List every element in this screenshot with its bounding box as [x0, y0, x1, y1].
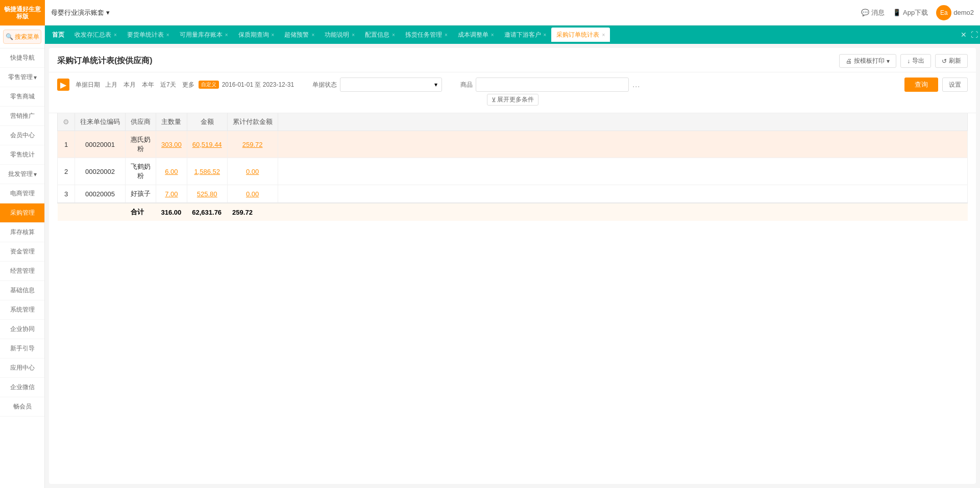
row-paid: 0.00	[227, 185, 278, 203]
expand-more-button[interactable]: ⊻ 展开更多条件	[487, 94, 538, 106]
tab-home[interactable]: 首页	[47, 28, 69, 42]
print-button[interactable]: 🖨 按模板打印 ▾	[839, 54, 896, 68]
table-col-gear[interactable]: ⚙	[58, 113, 75, 131]
table-row[interactable]: 1 00020001 惠氏奶粉 303.00 60,519.44 259.72	[58, 131, 968, 158]
tab-invite-downstream[interactable]: 邀请下游客户 ×	[499, 28, 552, 42]
goods-more-icon[interactable]: …	[632, 80, 640, 89]
sidebar-item-purchase-mgmt[interactable]: 采购管理	[0, 203, 44, 223]
sidebar-item-retail-mall[interactable]: 零售商城	[0, 87, 44, 107]
tab-cost-adjust[interactable]: 成本调整单 ×	[453, 28, 499, 42]
tab-close-icon8[interactable]: ×	[445, 32, 448, 38]
tab-available-inventory[interactable]: 可用量库存账本 ×	[175, 28, 233, 42]
sidebar-item-wholesale-mgmt[interactable]: 批发管理▾	[0, 165, 44, 184]
table-row[interactable]: 3 00020005 好孩子 7.00 525.80 0.00	[58, 185, 968, 203]
tab-close-icon7[interactable]: ×	[392, 32, 395, 38]
status-select[interactable]: ▾	[340, 78, 442, 92]
row-paid: 0.00	[227, 158, 278, 185]
table-col-quantity: 主数量	[156, 113, 187, 131]
sidebar-item-member[interactable]: 畅会员	[0, 397, 44, 417]
shortcut-this-month[interactable]: 本月	[121, 80, 138, 90]
table-body: 1 00020001 惠氏奶粉 303.00 60,519.44 259.72 …	[58, 131, 968, 203]
page: 采购订单统计表(按供应商) 🖨 按模板打印 ▾ ↓ 导出 ↺ 刷新	[49, 48, 976, 484]
date-shortcuts: 上月 本月 本年 近7天 更多 自定义	[103, 80, 219, 90]
tab-close-icon2[interactable]: ×	[166, 32, 169, 38]
goods-input[interactable]	[476, 78, 629, 92]
setting-button[interactable]: 设置	[942, 78, 968, 92]
row-code: 00020002	[75, 158, 126, 185]
sidebar-item-retail-mgmt[interactable]: 零售管理▾	[0, 68, 44, 87]
sidebar-item-retail-stats[interactable]: 零售统计	[0, 145, 44, 165]
content-area: 采购订单统计表(按供应商) 🖨 按模板打印 ▾ ↓ 导出 ↺ 刷新	[45, 44, 980, 488]
workspace-selector[interactable]: 母婴行业演示账套 ▾	[51, 8, 110, 17]
main-area: 母婴行业演示账套 ▾ 💬 消息 📱 App下载 Ea demo2 首页	[45, 0, 980, 488]
shortcut-last-month[interactable]: 上月	[103, 80, 119, 90]
shortcut-more[interactable]: 更多	[180, 80, 197, 90]
message-icon: 💬	[861, 9, 869, 16]
tab-close-icon4[interactable]: ×	[272, 32, 275, 38]
sidebar-item-operations[interactable]: 经营管理	[0, 262, 44, 281]
sidebar-item-marketing[interactable]: 营销推广	[0, 107, 44, 126]
sidebar-item-system-mgmt[interactable]: 系统管理	[0, 300, 44, 320]
shortcut-this-year[interactable]: 本年	[140, 80, 156, 90]
tab-function-desc[interactable]: 功能说明 ×	[320, 28, 360, 42]
sidebar-item-enterprise-wechat[interactable]: 企业微信	[0, 378, 44, 397]
sidebar-item-ecommerce[interactable]: 电商管理	[0, 184, 44, 203]
row-amount: 1,586.52	[187, 158, 227, 185]
row-quantity: 7.00	[156, 185, 187, 203]
expand-more-area: ⊻ 展开更多条件	[57, 92, 968, 108]
tab-close-icon3[interactable]: ×	[225, 32, 228, 38]
topbar-left: 母婴行业演示账套 ▾	[51, 8, 110, 17]
gear-icon[interactable]: ⚙	[63, 118, 69, 126]
table-col-extra	[278, 113, 967, 131]
tabbar: 首页 收发存汇总表 × 要货单统计表 × 可用量库存账本 × 保质期查询 × 超…	[45, 25, 980, 44]
query-button[interactable]: 查询	[904, 78, 938, 92]
tab-close-all-icon[interactable]: ✕	[961, 31, 967, 39]
search-icon: 🔍	[6, 33, 13, 40]
message-button[interactable]: 💬 消息	[861, 8, 885, 17]
table-container: ⚙ 往来单位编码 供应商 主数量 金额 累计付款金额 1	[49, 113, 976, 484]
filter-toggle-button[interactable]: ▶	[57, 79, 69, 91]
user-avatar-area[interactable]: Ea demo2	[936, 5, 974, 20]
tab-config-info[interactable]: 配置信息 ×	[360, 28, 400, 42]
sidebar-item-basic-info[interactable]: 基础信息	[0, 281, 44, 300]
sidebar-item-quick-nav[interactable]: 快捷导航	[0, 48, 44, 68]
refresh-button[interactable]: ↺ 刷新	[935, 54, 968, 68]
sidebar: 畅捷通好生意标版 🔍 搜索菜单 快捷导航 零售管理▾ 零售商城 营销推广 会员中…	[0, 0, 45, 488]
tab-close-icon9[interactable]: ×	[491, 32, 494, 38]
shortcut-7days[interactable]: 近7天	[158, 80, 178, 90]
tab-close-icon10[interactable]: ×	[544, 32, 547, 38]
table-col-paid: 累计付款金额	[227, 113, 278, 131]
tab-close-icon11[interactable]: ×	[602, 32, 605, 38]
sidebar-item-enterprise-collab[interactable]: 企业协同	[0, 320, 44, 339]
sidebar-item-app-center[interactable]: 应用中心	[0, 358, 44, 378]
table-row[interactable]: 2 00020002 飞鹤奶粉 6.00 1,586.52 0.00	[58, 158, 968, 185]
filter-area: ▶ 单据日期 上月 本月 本年 近7天 更多 自定义 20	[49, 72, 976, 113]
sidebar-item-newbie-guide[interactable]: 新手引导	[0, 339, 44, 358]
app-download-button[interactable]: 📱 App下载	[893, 8, 928, 17]
app-logo-text: 畅捷通好生意标版	[4, 6, 41, 20]
row-index: 1	[58, 131, 75, 158]
sidebar-item-inventory[interactable]: 库存核算	[0, 223, 44, 242]
sidebar-item-finance[interactable]: 资金管理	[0, 242, 44, 262]
tab-overstock-warning[interactable]: 超储预警 ×	[279, 28, 320, 42]
table-col-amount: 金额	[187, 113, 227, 131]
tab-order-stats[interactable]: 要货单统计表 ×	[122, 28, 175, 42]
app-logo: 畅捷通好生意标版	[0, 0, 45, 25]
row-code: 00020001	[75, 131, 126, 158]
export-button[interactable]: ↓ 导出	[900, 54, 931, 68]
tab-receive-summary[interactable]: 收发存汇总表 ×	[69, 28, 122, 42]
date-filter: 单据日期 上月 本月 本年 近7天 更多 自定义 2016-01-01 至 20…	[76, 80, 294, 90]
tab-purchase-order-stats[interactable]: 采购订单统计表 ×	[551, 28, 610, 42]
sidebar-item-member-center[interactable]: 会员中心	[0, 126, 44, 145]
tab-pick-task[interactable]: 拣货任务管理 ×	[400, 28, 453, 42]
tab-close-icon6[interactable]: ×	[352, 32, 355, 38]
tab-close-icon[interactable]: ×	[114, 32, 117, 38]
row-supplier: 好孩子	[126, 185, 156, 203]
row-quantity: 303.00	[156, 131, 187, 158]
search-menu-button[interactable]: 🔍 搜索菜单	[3, 30, 41, 44]
phone-icon: 📱	[893, 9, 901, 16]
tab-expand-icon[interactable]: ⛶	[971, 31, 978, 39]
tab-expiry-query[interactable]: 保质期查询 ×	[233, 28, 280, 42]
tab-close-icon5[interactable]: ×	[311, 32, 314, 38]
filter-actions: 查询 设置	[904, 78, 968, 92]
